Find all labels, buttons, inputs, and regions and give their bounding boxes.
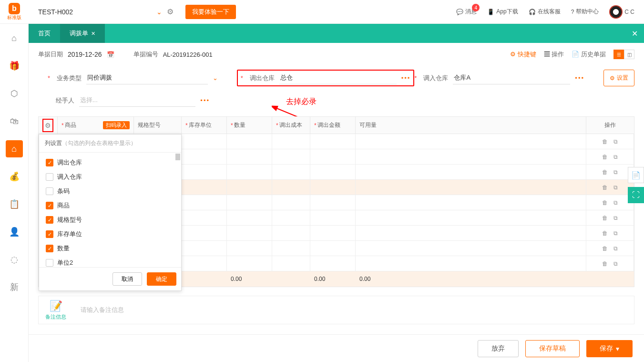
copy-icon[interactable]: ⧉: [613, 245, 618, 252]
copy-icon[interactable]: ⧉: [613, 169, 618, 176]
nav-warehouse-icon[interactable]: ⌂: [6, 140, 23, 157]
rail-note-icon[interactable]: 📄: [628, 167, 644, 183]
rail-expand-icon[interactable]: ⛶: [628, 187, 644, 203]
checkbox-icon: ✓: [46, 216, 53, 224]
column-option[interactable]: ✓规格型号: [39, 213, 181, 227]
column-option[interactable]: ✓商品: [39, 198, 181, 213]
column-settings-popup: 列设置（勾选的列会在表格中显示） ✓调出仓库调入仓库条码✓商品✓规格型号✓库存单…: [39, 134, 182, 291]
topbar: b 标准版 TEST-H002 ⌄ ⚙ 我要体验一下 💬消息 4 📱App下载 …: [0, 0, 644, 24]
confirm-button[interactable]: 确定: [147, 272, 176, 286]
total-qty: 0.00: [227, 271, 272, 287]
delete-icon[interactable]: 🗑: [602, 138, 608, 145]
history-link[interactable]: 📄 历史单据: [572, 50, 606, 59]
sidebar: ⌂ 🎁 ⬡ 🛍 ⌂ 💰 📋 👤 ◌ 新: [0, 24, 29, 362]
delete-icon[interactable]: 🗑: [602, 154, 608, 160]
delete-icon[interactable]: 🗑: [602, 260, 608, 267]
avatar: [609, 5, 623, 19]
docno-label: 单据编号: [133, 50, 158, 59]
gear-icon[interactable]: ⚙: [167, 7, 174, 16]
delete-icon[interactable]: 🗑: [602, 199, 608, 206]
copy-icon[interactable]: ⧉: [613, 260, 618, 267]
message-badge: 4: [472, 4, 480, 11]
nav-gift-icon[interactable]: 🎁: [6, 57, 23, 74]
chevron-down-icon: ⌄: [213, 74, 218, 82]
shortcut-link[interactable]: ⚙ 快捷键: [510, 50, 536, 59]
field-in-warehouse[interactable]: *调入仓库 仓库A •••: [414, 70, 603, 86]
copy-icon[interactable]: ⧉: [613, 215, 618, 221]
tab-transfer-order[interactable]: 调拨单✕: [60, 24, 105, 43]
tab-home[interactable]: 首页: [29, 24, 60, 43]
list-view-icon[interactable]: ☰: [613, 50, 624, 59]
checkbox-icon: ✓: [46, 159, 53, 166]
column-option[interactable]: ✓调出仓库: [39, 155, 181, 170]
headset-icon: 🎧: [529, 9, 536, 15]
copy-icon[interactable]: ⧉: [613, 154, 618, 160]
delete-icon[interactable]: 🗑: [602, 184, 608, 191]
tab-bar: 首页 调拨单✕ ✕: [29, 24, 644, 43]
user-menu[interactable]: C C: [609, 5, 634, 19]
calendar-icon[interactable]: 📅: [107, 51, 114, 58]
more-icon[interactable]: •••: [575, 74, 584, 82]
copy-icon[interactable]: ⧉: [613, 138, 618, 145]
column-option[interactable]: ✓库存单位: [39, 227, 181, 241]
remark-area[interactable]: 📝备注信息 请输入备注信息: [38, 296, 634, 324]
col-out-amount: *调出金额: [310, 117, 356, 134]
app-download-link[interactable]: 📱App下载: [487, 8, 518, 16]
view-toggle[interactable]: ☰ ◫: [613, 50, 634, 59]
footer-bar: 放弃 保存草稿 保存 ▾: [29, 334, 644, 362]
column-option[interactable]: 条码: [39, 184, 181, 198]
nav-new-icon[interactable]: 新: [6, 279, 23, 296]
copy-icon[interactable]: ⧉: [613, 184, 618, 191]
remark-input[interactable]: 请输入备注信息: [81, 306, 124, 314]
nav-clipboard-icon[interactable]: 📋: [6, 196, 23, 213]
grid-view-icon[interactable]: ◫: [624, 50, 634, 59]
copy-icon[interactable]: ⧉: [613, 230, 618, 237]
cancel-button[interactable]: 取消: [112, 272, 142, 286]
checkbox-icon: ✓: [46, 245, 53, 252]
messages-link[interactable]: 💬消息 4: [456, 8, 477, 16]
delete-icon[interactable]: 🗑: [602, 245, 608, 252]
column-settings-button[interactable]: ⚙: [39, 117, 58, 134]
delete-icon[interactable]: 🗑: [602, 230, 608, 237]
nav-shop-icon[interactable]: ⬡: [6, 85, 23, 102]
col-ops: 操作: [586, 117, 634, 134]
support-link[interactable]: 🎧在线客服: [529, 8, 561, 16]
nav-money-icon[interactable]: 💰: [6, 168, 23, 185]
delete-icon[interactable]: 🗑: [602, 169, 608, 176]
settings-button[interactable]: ⚙ 设置: [603, 70, 634, 86]
discard-button[interactable]: 放弃: [478, 340, 519, 357]
col-unit: *库存单位: [182, 117, 227, 134]
chevron-down-icon: ▾: [616, 345, 619, 352]
org-selector[interactable]: TEST-H002 ⌄: [38, 5, 162, 19]
save-button[interactable]: 保存 ▾: [586, 340, 633, 357]
column-option[interactable]: 调入仓库: [39, 170, 181, 184]
chevron-down-icon: ⌄: [156, 8, 162, 16]
trial-button[interactable]: 我要体验一下: [185, 5, 236, 19]
help-link[interactable]: ?帮助中心: [571, 8, 599, 16]
more-icon[interactable]: •••: [200, 97, 210, 104]
nav-bag-icon[interactable]: 🛍: [6, 113, 23, 130]
col-out-cost: *调出成本: [272, 117, 310, 134]
total-amount: 0.00: [310, 271, 356, 287]
field-biz-type[interactable]: *业务类型 同价调拨 ⌄: [48, 70, 237, 86]
phone-icon: 📱: [487, 9, 494, 15]
tabs-close-all[interactable]: ✕: [625, 24, 644, 43]
field-out-warehouse[interactable]: *调出仓库 总仓 •••: [237, 70, 415, 86]
delete-icon[interactable]: 🗑: [602, 215, 608, 221]
total-avail: 0.00: [356, 271, 586, 287]
save-draft-button[interactable]: 保存草稿: [525, 340, 580, 357]
nav-home-icon[interactable]: ⌂: [6, 30, 23, 47]
scan-input-button[interactable]: 扫码录入: [103, 121, 130, 129]
scrollbar-thumb[interactable]: [175, 154, 180, 160]
col-spec: 规格型号: [134, 117, 182, 134]
more-icon[interactable]: •••: [401, 74, 411, 82]
field-handler[interactable]: 经手人 选择... •••: [48, 94, 229, 107]
column-option[interactable]: ✓数量: [39, 241, 181, 256]
column-option[interactable]: 单位2: [39, 256, 181, 267]
close-icon[interactable]: ✕: [91, 31, 95, 37]
ops-link[interactable]: ☰ 操作: [544, 50, 564, 59]
copy-icon[interactable]: ⧉: [613, 199, 618, 206]
date-value[interactable]: 2019-12-26: [68, 51, 102, 58]
nav-contact-icon[interactable]: 👤: [6, 223, 23, 240]
nav-node-icon[interactable]: ◌: [6, 251, 23, 268]
